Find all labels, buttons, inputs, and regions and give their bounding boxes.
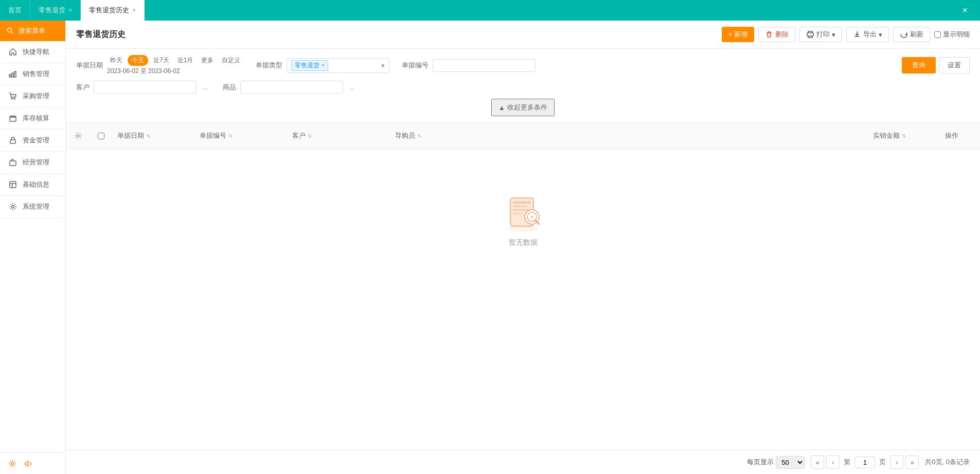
sidebar-item-finance[interactable]: 资金管理 (0, 130, 65, 152)
show-detail-checkbox[interactable]: 显示明细 (934, 30, 970, 39)
sidebar-item-system-label: 系统管理 (23, 202, 49, 211)
sidebar-item-finance-label: 资金管理 (23, 136, 49, 145)
print-icon (806, 30, 814, 39)
new-button[interactable]: + 新增 (722, 27, 754, 42)
svg-rect-4 (14, 71, 16, 77)
sidebar-item-quick-nav[interactable]: 快捷导航 (0, 41, 65, 63)
th-checkbox[interactable] (91, 129, 111, 143)
tab-retail-return-history[interactable]: 零售退货历史 × (81, 0, 145, 21)
settings-icon (8, 202, 17, 211)
empty-state: 暂无数据 (66, 149, 980, 288)
empty-icon (500, 190, 546, 238)
next-page-button[interactable]: › (890, 455, 903, 469)
export-button[interactable]: 导出 ▾ (846, 27, 889, 42)
table-header: 单据日期 ⇅ 单据编号 ⇅ 客户 ⇅ 导购员 ⇅ (66, 123, 980, 149)
export-dropdown-icon: ▾ (879, 31, 882, 39)
bill-type-tag: 零售退货 × (291, 60, 328, 71)
date-btn-1month[interactable]: 近1月 (174, 55, 197, 66)
customer-input[interactable] (94, 81, 197, 94)
th-guide[interactable]: 导购员 ⇅ (389, 127, 471, 144)
tab-retail-return[interactable]: 零售退货 × (30, 0, 81, 21)
content-wrapper: 零售退货历史 + 新增 删除 打印 ▾ (66, 21, 980, 474)
show-detail-input[interactable] (934, 31, 941, 38)
lock-icon (8, 136, 17, 145)
th-settings[interactable] (66, 127, 91, 144)
sidebar-item-purchase[interactable]: 采购管理 (0, 85, 65, 107)
goods-label: 商品 (223, 83, 236, 92)
bill-no-input[interactable] (433, 59, 536, 72)
page-number-input[interactable] (854, 457, 875, 468)
window-close-button[interactable]: × (958, 5, 972, 16)
refresh-button[interactable]: 刷新 (893, 27, 930, 42)
filter-row-1: 单据日期 昨天 今天 近7天 近1月 更多 自定义 2023-06-02 至 2… (76, 55, 970, 76)
last-page-button[interactable]: » (905, 455, 919, 469)
date-btn-7days[interactable]: 近7天 (150, 55, 172, 66)
total-info: 共0页, 0条记录 (925, 458, 970, 467)
search-icon (6, 27, 14, 35)
sidebar-item-system[interactable]: 系统管理 (0, 196, 65, 218)
svg-point-14 (11, 463, 14, 465)
delete-button[interactable]: 删除 (758, 27, 795, 42)
toolbar: + 新增 删除 打印 ▾ (722, 27, 970, 42)
svg-point-13 (12, 206, 14, 208)
tab-home[interactable]: 首页 (0, 0, 30, 21)
filter-row-2: 客户 ... 商品 ... (76, 81, 970, 94)
gear-icon[interactable] (8, 459, 16, 468)
filter-bill-no: 单据编号 (402, 59, 536, 72)
svg-rect-22 (513, 213, 523, 214)
select-all-checkbox[interactable] (98, 133, 104, 139)
volume-icon[interactable] (25, 459, 33, 468)
date-btn-more[interactable]: 更多 (198, 55, 217, 66)
bill-type-select[interactable]: 零售退货 × ▾ (287, 58, 389, 73)
print-button[interactable]: 打印 ▾ (799, 27, 842, 42)
goods-input[interactable] (240, 81, 343, 94)
page-size-dropdown[interactable]: 10 20 50 100 (776, 456, 805, 469)
svg-rect-15 (807, 33, 813, 36)
sort-customer-icon: ⇅ (308, 133, 312, 139)
sidebar-item-operations[interactable]: 经营管理 (0, 152, 65, 174)
query-button[interactable]: 查询 (902, 57, 936, 74)
sidebar-item-inventory[interactable]: 库存核算 (0, 107, 65, 130)
th-date[interactable]: 单据日期 ⇅ (111, 127, 193, 144)
customer-picker-btn[interactable]: ... (201, 82, 210, 92)
collapse-row: ▲ 收起更多条件 (76, 99, 970, 116)
sidebar-item-basic-info[interactable]: 基础信息 (0, 174, 65, 196)
customer-label: 客户 (76, 83, 90, 92)
tab-list: 首页 零售退货 × 零售退货历史 × (0, 0, 958, 21)
th-amount[interactable]: 实销金额 ⇅ (867, 127, 939, 144)
prev-page-button[interactable]: ‹ (826, 455, 840, 469)
svg-rect-3 (12, 73, 13, 77)
date-btn-today[interactable]: 今天 (128, 55, 148, 66)
sidebar-item-sales[interactable]: 销售管理 (0, 63, 65, 85)
th-customer[interactable]: 客户 ⇅ (286, 127, 389, 144)
svg-rect-9 (10, 161, 16, 166)
print-dropdown-icon: ▾ (832, 31, 835, 39)
bill-no-label: 单据编号 (402, 61, 429, 70)
sidebar-search[interactable]: 搜索菜单 (0, 21, 65, 41)
tab-retail-return-close[interactable]: × (68, 7, 72, 14)
first-page-button[interactable]: « (811, 455, 824, 469)
date-btn-yesterday[interactable]: 昨天 (107, 55, 126, 66)
bill-type-tag-close[interactable]: × (321, 62, 325, 69)
collapse-icon: ▲ (498, 104, 505, 112)
filter-area: 单据日期 昨天 今天 近7天 近1月 更多 自定义 2023-06-02 至 2… (66, 49, 980, 123)
collapse-button[interactable]: ▲ 收起更多条件 (491, 99, 555, 116)
svg-rect-21 (513, 209, 529, 211)
filter-customer: 客户 ... (76, 81, 210, 94)
goods-picker-btn[interactable]: ... (347, 82, 357, 92)
table-icon (8, 180, 17, 189)
page-size-select: 每页显示 10 20 50 100 (747, 456, 805, 469)
sidebar: 搜索菜单 快捷导航 销售管理 采购管理 (0, 21, 66, 474)
sidebar-bottom (0, 452, 65, 474)
top-bar-right: × (958, 5, 980, 16)
date-btn-custom[interactable]: 自定义 (219, 55, 243, 66)
sidebar-item-quick-nav-label: 快捷导航 (23, 47, 49, 57)
page-navigation: « ‹ 第 页 › » (811, 455, 919, 469)
tab-retail-return-history-close[interactable]: × (132, 7, 136, 14)
date-filter-col: 昨天 今天 近7天 近1月 更多 自定义 2023-06-02 至 2023-0… (107, 55, 243, 76)
date-shortcuts: 昨天 今天 近7天 近1月 更多 自定义 (107, 55, 243, 66)
th-bill-no[interactable]: 单据编号 ⇅ (193, 127, 286, 144)
settings-filter-button[interactable]: 设置 (939, 57, 970, 74)
tab-retail-return-label: 零售退货 (39, 6, 65, 15)
svg-point-5 (11, 98, 12, 99)
